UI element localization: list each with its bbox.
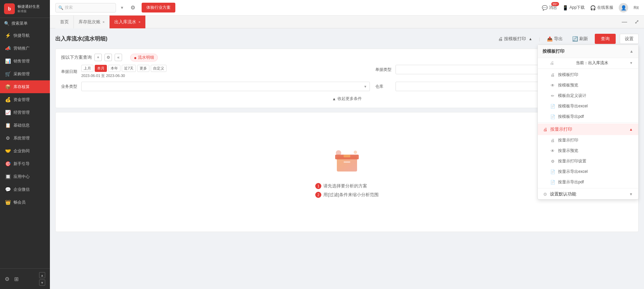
tab-inventory-flow[interactable]: 出入库流水 × [110, 16, 145, 28]
display-pdf-label: 按显示导出pdf [558, 179, 584, 185]
topbar-username[interactable]: Rit [634, 5, 639, 10]
sidebar-item-inventory[interactable]: 📦 库存核算 [0, 80, 50, 93]
print-dropdown-panel: 按模板打印 ▲ 🖨 当前：出入库流水 ▼ 🖨 按模板打印 [537, 45, 639, 200]
sidebar-item-member[interactable]: 👑 畅会员 [0, 196, 50, 209]
dropdown-template-pdf[interactable]: 📄 按模板导出pdf [538, 111, 638, 122]
dropdown-template-excel[interactable]: 📄 按模板导出excel [538, 101, 638, 111]
operation-icon: 📈 [5, 109, 11, 115]
print-template-btn[interactable]: 🖨 按模板打印 ▲ [495, 34, 535, 43]
filter-collapse-icon[interactable]: « [115, 54, 122, 61]
dropdown-display-settings[interactable]: ⚙ 按显示打印设置 [538, 156, 638, 166]
filter-date-group: 上月 本月 本年 近7天 更多 自定义 [81, 65, 167, 72]
sidebar-scroll-up[interactable]: ▲ [39, 272, 45, 278]
topbar-gear-icon[interactable]: ⚙ [128, 3, 138, 12]
wechat-icon: 💬 [5, 186, 11, 192]
sidebar-item-system[interactable]: ⚙ 系统管理 [0, 132, 50, 144]
dropdown-up-arrow[interactable]: ▲ [630, 49, 634, 54]
sidebar-item-operation[interactable]: 📈 经营管理 [0, 106, 50, 119]
sidebar-item-appcenter[interactable]: 🔲 应用中心 [0, 170, 50, 183]
filter-settings-icon[interactable]: ⚙ [105, 54, 112, 61]
app-download-icon: 📱 [562, 5, 568, 10]
sidebar-settings-icon[interactable]: ⚙ [5, 276, 9, 282]
sidebar-item-guide[interactable]: 🎯 新手引导 [0, 157, 50, 170]
template-pdf-label: 按模板导出pdf [558, 114, 584, 120]
dropdown-display-preview[interactable]: 👁 按显示预览 [538, 146, 638, 156]
sidebar-bottom: ⚙ ⊞ ▲ ▼ [0, 268, 50, 289]
collab-icon: 🤝 [5, 148, 11, 154]
tab-home[interactable]: 首页 [55, 16, 74, 28]
tab-maximize-icon[interactable]: ⤢ [632, 17, 641, 27]
topbar-app-download[interactable]: 📱 App下载 [562, 5, 585, 10]
filter-header: 按以下方案查询 + ⚙ « [61, 54, 122, 61]
export-icon: 📤 [547, 36, 553, 42]
sidebar-item-label: 营销推广 [13, 46, 30, 51]
topbar-dropdown-arrow[interactable]: ▼ [120, 5, 124, 10]
topbar-online-service[interactable]: 🎧 在线客服 [590, 5, 613, 10]
topbar-search-box[interactable]: 🔍 搜索 [55, 3, 116, 12]
sidebar-item-quick-nav[interactable]: ⚡ 快捷导航 [0, 29, 50, 42]
filter-date-last-month[interactable]: 上月 [81, 65, 93, 72]
display-preview-icon: 👁 [550, 148, 555, 154]
filter-date-custom[interactable]: 自定义 [151, 65, 167, 72]
filter-business-select[interactable]: ▼ [81, 82, 370, 91]
topbar-avatar[interactable]: 👤 [619, 3, 628, 12]
print-arrow-icon[interactable]: ▲ [529, 37, 532, 41]
trial-button[interactable]: 体验行业方案 [142, 3, 175, 12]
sales-icon: 📊 [5, 58, 11, 64]
dropdown-header: 按模板打印 ▲ [538, 45, 638, 58]
sidebar-item-label: 企业协同 [13, 148, 30, 154]
topbar-search-placeholder: 搜索 [65, 5, 73, 10]
section2-arrow[interactable]: ▲ [629, 127, 633, 131]
display-excel-label: 按显示导出excel [558, 169, 588, 175]
sidebar-scroll-down[interactable]: ▼ [39, 280, 45, 286]
svg-rect-3 [344, 161, 350, 163]
display-pdf-icon: 📄 [550, 180, 555, 185]
tab-flow-close-icon[interactable]: × [138, 20, 140, 24]
dropdown-display-excel[interactable]: 📄 按显示导出excel [538, 166, 638, 177]
settings-button[interactable]: 设置 [620, 34, 639, 44]
filter-date-7days[interactable]: 近7天 [122, 65, 136, 72]
sidebar-item-purchase[interactable]: 🛒 采购管理 [0, 68, 50, 80]
tab-minimize-icon[interactable]: — [620, 17, 629, 27]
tip-label-2: 用[过滤]条件来缩小分析范围 [323, 192, 378, 198]
dropdown-default-settings[interactable]: ⚙ 设置默认功能 ▼ [538, 189, 638, 199]
refresh-btn[interactable]: 🔄 刷新 [569, 34, 591, 43]
app-download-label: App下载 [569, 5, 585, 10]
sidebar-search[interactable]: 🔍 搜索菜单 [0, 18, 50, 29]
system-icon: ⚙ [5, 135, 11, 141]
topbar-message[interactable]: 💬 消息 99+ [542, 5, 557, 10]
collapse-arrow-icon: ▲ [332, 97, 336, 101]
sidebar-item-marketing[interactable]: 📣 营销推广 [0, 42, 50, 55]
sidebar-help-icon[interactable]: ⊞ [14, 276, 19, 282]
filter-date-this-month[interactable]: 本月 [95, 65, 107, 72]
export-btn[interactable]: 📤 导出 [544, 34, 565, 43]
filter-date-more[interactable]: 更多 [137, 65, 149, 72]
current-arrow-icon[interactable]: ▼ [630, 61, 633, 65]
template-preview-icon: 👁 [550, 83, 555, 88]
display-print-section[interactable]: 🖨 按显示打印 ▲ [538, 124, 638, 135]
dropdown-template-preview[interactable]: 👁 按模板预览 [538, 80, 638, 90]
tab-batch-close-icon[interactable]: × [103, 20, 105, 24]
tip-num-1: 1 [315, 183, 321, 189]
current-template-row: 🖨 当前：出入库流水 ▼ [538, 58, 638, 68]
dropdown-display-pdf[interactable]: 📄 按显示导出pdf [538, 177, 638, 187]
sidebar-item-finance[interactable]: 💰 资金管理 [0, 93, 50, 106]
member-icon: 👑 [5, 199, 11, 205]
dropdown-template-design[interactable]: ✏ 模板自定义设计 [538, 90, 638, 101]
query-button[interactable]: 查询 [595, 34, 616, 44]
filter-tag[interactable]: ● 流水明细 [130, 54, 158, 61]
dropdown-divider-2 [538, 123, 638, 123]
tab-batch-account[interactable]: 库存批次账 × [74, 16, 110, 28]
tip-label-1: 请先选择要分析的方案 [323, 183, 367, 189]
filter-date-this-year[interactable]: 本年 [108, 65, 120, 72]
sidebar-item-sales[interactable]: 📊 销售管理 [0, 55, 50, 68]
sidebar-item-collab[interactable]: 🤝 企业协同 [0, 144, 50, 157]
sidebar-item-label: 系统管理 [13, 135, 30, 141]
dropdown-display-print[interactable]: 🖨 按显示打印 [538, 135, 638, 146]
dropdown-template-print[interactable]: 🖨 按模板打印 [538, 70, 638, 80]
filter-add-icon[interactable]: + [94, 54, 102, 61]
sidebar-item-wechat[interactable]: 💬 企业微信 [0, 183, 50, 196]
sidebar-item-basic[interactable]: 📋 基础信息 [0, 119, 50, 132]
svg-point-5 [354, 151, 357, 154]
filter-date-range: 2023-06-01 至 2023-06-30 [81, 73, 167, 78]
